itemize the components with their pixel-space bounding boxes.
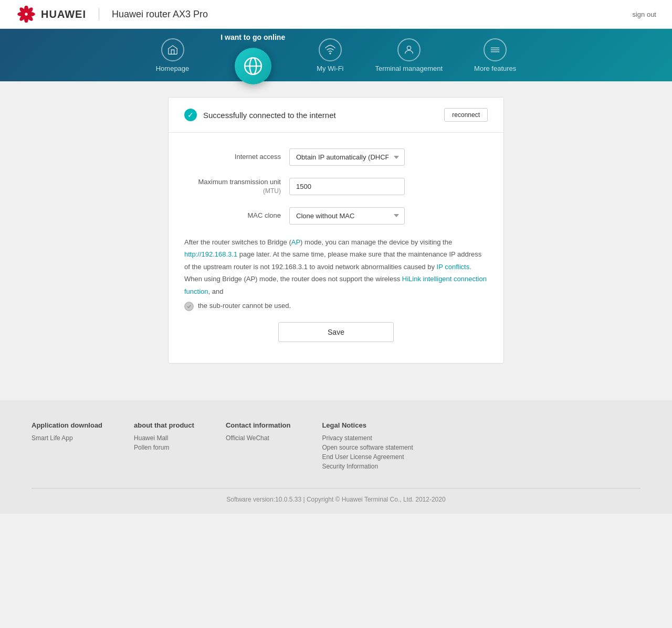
nav-bar: Homepage I want to go online My Wi-Fi <box>0 29 672 81</box>
privacy-statement-link[interactable]: Privacy statement <box>322 434 413 442</box>
wifi-icon <box>319 38 342 61</box>
logo-area: HUAWEI Huawei router AX3 Pro <box>16 6 208 23</box>
mac-clone-select[interactable]: Clone without MAC <box>289 207 405 225</box>
checkbox-text: the sub-router cannot be used. <box>198 300 291 312</box>
svg-point-11 <box>330 53 331 54</box>
success-icon: ✓ <box>184 109 197 121</box>
sidebar-item-homepage[interactable]: Homepage <box>140 34 205 77</box>
huawei-logo: HUAWEI <box>16 6 86 23</box>
internet-access-select[interactable]: Obtain IP automatically (DHCP) <box>289 148 405 166</box>
router-title: Huawei router AX3 Pro <box>112 9 208 20</box>
svg-point-12 <box>407 46 411 50</box>
sidebar-item-my-wifi[interactable]: My Wi-Fi <box>301 34 359 77</box>
homepage-label: Homepage <box>156 65 190 72</box>
hilink-link[interactable]: HiLink intelligent connection function <box>184 275 487 295</box>
my-wifi-label: My Wi-Fi <box>317 65 343 72</box>
ip-conflicts-link[interactable]: IP conflicts <box>437 263 470 271</box>
huawei-logo-icon <box>16 6 37 23</box>
footer-col-legal: Legal Notices Privacy statement Open sou… <box>322 421 413 472</box>
ap-link[interactable]: AP <box>291 238 300 246</box>
pollen-forum-link[interactable]: Pollen forum <box>134 444 194 451</box>
main-card: ✓ Successfully connected to the internet… <box>168 97 504 364</box>
smart-life-link[interactable]: Smart Life App <box>32 434 102 442</box>
terminal-icon <box>397 38 421 61</box>
security-info-link[interactable]: Security Information <box>322 463 413 470</box>
more-label: More features <box>474 65 516 72</box>
logo-divider <box>99 8 99 20</box>
sign-out-link[interactable]: sign out <box>632 10 656 18</box>
footer-bottom: Software version:10.0.5.33 | Copyright ©… <box>32 488 640 503</box>
ip-link[interactable]: http://192.168.3.1 <box>184 250 237 258</box>
mtu-control <box>289 178 488 195</box>
footer-col-legal-heading: Legal Notices <box>322 421 413 429</box>
sidebar-item-more[interactable]: More features <box>458 34 532 77</box>
official-wechat-link[interactable]: Official WeChat <box>226 434 291 442</box>
internet-access-row: Internet access Obtain IP automatically … <box>184 148 488 166</box>
info-text: After the router switches to Bridge (AP)… <box>184 236 488 312</box>
mac-clone-control: Clone without MAC <box>289 207 488 225</box>
footer-col-download: Application download Smart Life App <box>32 421 102 472</box>
footer-columns: Application download Smart Life App abou… <box>32 421 640 472</box>
top-bar: HUAWEI Huawei router AX3 Pro sign out <box>0 0 672 29</box>
footer-col-contact-heading: Contact information <box>226 421 291 429</box>
eula-link[interactable]: End User License Agreement <box>322 453 413 461</box>
go-online-label: I want to go online <box>220 33 285 41</box>
footer-col-contact: Contact information Official WeChat <box>226 421 291 472</box>
card-body: Internet access Obtain IP automatically … <box>169 133 503 363</box>
sidebar-item-terminal[interactable]: Terminal management <box>359 34 458 77</box>
more-icon <box>484 38 507 61</box>
mac-clone-row: MAC clone Clone without MAC <box>184 207 488 225</box>
brand-name: HUAWEI <box>41 8 86 20</box>
mac-clone-label: MAC clone <box>184 211 289 220</box>
reconnect-button[interactable]: reconnect <box>444 108 488 122</box>
open-source-link[interactable]: Open source software statement <box>322 444 413 451</box>
globe-icon <box>235 48 271 84</box>
checkbox-icon[interactable] <box>184 302 194 311</box>
footer-col-product-heading: about that product <box>134 421 194 429</box>
home-icon <box>161 38 184 61</box>
save-button[interactable]: Save <box>278 322 394 342</box>
terminal-label: Terminal management <box>375 65 443 72</box>
huawei-mall-link[interactable]: Huawei Mall <box>134 434 194 442</box>
mtu-row: Maximum transmission unit (MTU) <box>184 177 488 196</box>
footer-col-download-heading: Application download <box>32 421 102 429</box>
connection-status-text: Successfully connected to the internet <box>203 111 438 120</box>
card-header: ✓ Successfully connected to the internet… <box>169 98 503 133</box>
footer-col-product: about that product Huawei Mall Pollen fo… <box>134 421 194 472</box>
footer: Application download Smart Life App abou… <box>0 400 672 514</box>
mtu-input[interactable] <box>289 178 405 195</box>
sidebar-item-go-online[interactable]: I want to go online <box>205 29 301 89</box>
copyright-text: Software version:10.0.5.33 | Copyright ©… <box>226 496 445 503</box>
mtu-label: Maximum transmission unit (MTU) <box>184 177 289 196</box>
internet-access-label: Internet access <box>184 152 289 162</box>
main-content: ✓ Successfully connected to the internet… <box>0 81 672 379</box>
internet-access-control: Obtain IP automatically (DHCP) <box>289 148 488 166</box>
